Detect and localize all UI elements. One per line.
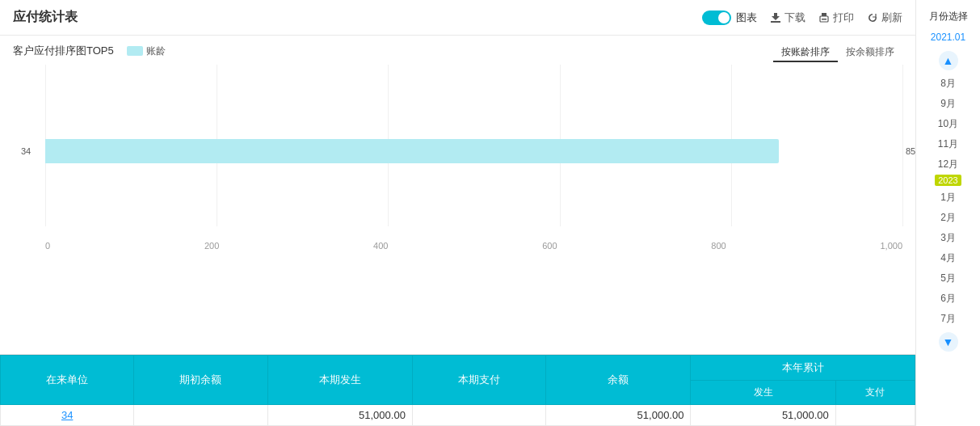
sidebar-month-5[interactable]: 5月 [916, 268, 980, 289]
col-ytd-occ: 发生 [691, 381, 835, 405]
legend-title: 客户应付排序图TOP5 [13, 44, 114, 58]
sidebar-month-7[interactable]: 7月 [916, 309, 980, 329]
sidebar-month-10[interactable]: 10月 [916, 114, 980, 134]
sidebar-month-9[interactable]: 9月 [916, 94, 980, 114]
sidebar-down-arrow[interactable]: ▼ [939, 332, 958, 352]
sidebar-month-1[interactable]: 1月 [916, 188, 980, 208]
sidebar-month-11[interactable]: 11月 [916, 134, 980, 154]
chart-legend: 客户应付排序图TOP5 账龄 [13, 44, 902, 58]
sidebar-month-2[interactable]: 2月 [916, 208, 980, 228]
col-ytd: 本年累计 [691, 356, 915, 381]
unit-link[interactable]: 34 [61, 409, 73, 421]
cell-current-pay [412, 405, 545, 426]
bar-row-34: 34 856天 [45, 139, 902, 163]
col-balance: 余额 [546, 356, 691, 405]
cell-unit: 34 [1, 405, 134, 426]
sidebar-title: 月份选择 [916, 6, 980, 27]
x-axis: 0 200 400 600 800 1,000 [45, 241, 902, 251]
svg-rect-2 [822, 13, 826, 16]
table-wrap: 在来单位 期初余额 本期发生 本期支付 余额 本年累计 发生 支付 [0, 355, 915, 426]
print-icon [818, 12, 830, 23]
chart-section: 客户应付排序图TOP5 账龄 按账龄排序 按余额排序 [0, 36, 915, 354]
download-button[interactable]: 下载 [770, 11, 805, 25]
sidebar-year-badge[interactable]: 2023 [935, 175, 961, 186]
x-tick-400: 400 [373, 241, 388, 251]
sidebar-month-12[interactable]: 12月 [916, 154, 980, 175]
svg-rect-3 [822, 19, 826, 20]
table-row: 34 51,000.00 51,000.00 51,000.00 [1, 405, 915, 426]
refresh-button[interactable]: 刷新 [867, 11, 902, 25]
col-current-occ: 本期发生 [267, 356, 412, 405]
x-tick-800: 800 [711, 241, 726, 251]
table-section: 在来单位 期初余额 本期发生 本期支付 余额 本年累计 发生 支付 [0, 354, 915, 426]
table-body: 34 51,000.00 51,000.00 51,000.00 [1, 405, 915, 426]
cell-opening [134, 405, 267, 426]
sidebar-month-6[interactable]: 6月 [916, 289, 980, 309]
col-opening: 期初余额 [134, 356, 267, 405]
legend-color-aging [127, 46, 143, 56]
x-tick-600: 600 [542, 241, 557, 251]
sidebar-up-arrow[interactable]: ▲ [939, 51, 958, 70]
sidebar-month-8[interactable]: 8月 [916, 74, 980, 94]
chart-sort-buttons: 按账龄排序 按余额排序 [773, 44, 902, 62]
legend-aging-label: 账龄 [146, 44, 166, 58]
bar-value-label: 856天 [906, 146, 915, 158]
x-tick-200: 200 [204, 241, 219, 251]
cell-ytd-occ: 51,000.00 [691, 405, 835, 426]
chart-wrap: 34 856天 0 200 400 600 800 1,000 [13, 65, 902, 275]
header: 应付统计表 图表 下载 打印 刷新 [0, 0, 915, 36]
chart-toggle[interactable] [702, 11, 731, 25]
sidebar-month-3[interactable]: 3月 [916, 228, 980, 248]
col-ytd-pay: 支付 [835, 381, 915, 405]
cell-current-occ: 51,000.00 [267, 405, 412, 426]
x-tick-0: 0 [45, 241, 50, 251]
refresh-icon [867, 12, 878, 23]
sidebar-current-date[interactable]: 2021.01 [927, 30, 969, 44]
header-actions: 图表 下载 打印 刷新 [702, 11, 902, 25]
table-header-row: 在来单位 期初余额 本期发生 本期支付 余额 本年累计 [1, 356, 915, 381]
data-table: 在来单位 期初余额 本期发生 本期支付 余额 本年累计 发生 支付 [0, 355, 915, 426]
col-unit: 在来单位 [1, 356, 134, 405]
chart-toggle-label: 图表 [736, 11, 757, 25]
bar-y-label: 34 [21, 146, 31, 156]
sort-by-balance-button[interactable]: 按余额排序 [838, 44, 902, 62]
chart-bar [45, 139, 779, 163]
download-icon [770, 12, 781, 23]
chart-toggle-wrap: 图表 [702, 11, 757, 25]
legend-item-aging: 账龄 [127, 44, 166, 58]
sort-by-aging-button[interactable]: 按账龄排序 [773, 44, 838, 62]
sidebar: 月份选择 2021.01 ▲ 8月 9月 10月 11月 12月 2023 1月… [915, 0, 980, 426]
svg-rect-0 [771, 21, 780, 23]
page-title: 应付统计表 [13, 9, 78, 26]
col-current-pay: 本期支付 [412, 356, 545, 405]
cell-ytd-pay [835, 405, 915, 426]
x-tick-1000: 1,000 [880, 241, 902, 251]
print-button[interactable]: 打印 [818, 11, 854, 25]
chart-inner: 34 856天 0 200 400 600 800 1,000 [45, 65, 902, 251]
cell-balance: 51,000.00 [546, 405, 691, 426]
sidebar-month-4[interactable]: 4月 [916, 248, 980, 268]
